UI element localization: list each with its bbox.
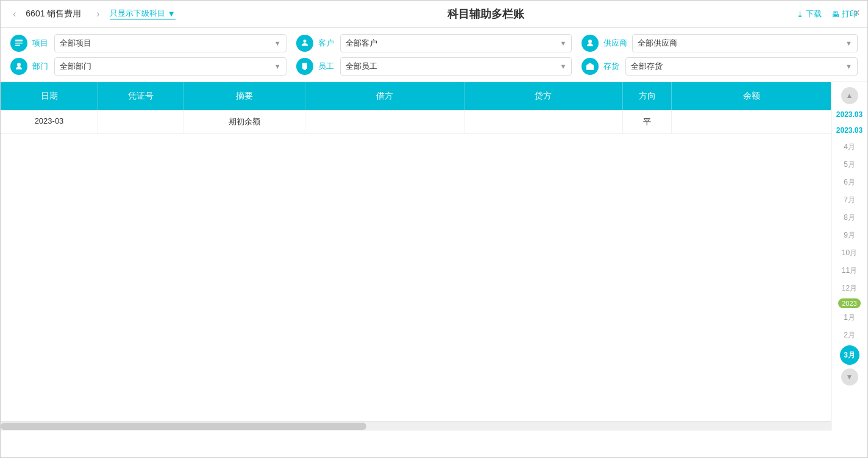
project-select[interactable]: 全部项目 ▼: [54, 34, 286, 52]
sidebar-item-12[interactable]: 12月: [831, 280, 867, 297]
supplier-value: 全部供应商: [638, 38, 677, 49]
print-icon: 🖶: [831, 10, 839, 19]
sidebar-down-button[interactable]: ▼: [841, 368, 858, 386]
show-sub-arrow-icon: ▼: [168, 9, 176, 18]
cell-direction: 平: [623, 110, 672, 133]
department-arrow-icon: ▼: [274, 63, 281, 70]
sidebar-item-2023-03-second[interactable]: 2023.03: [831, 122, 867, 138]
svg-rect-1: [15, 43, 23, 44]
sidebar-item-1[interactable]: 1月: [831, 309, 867, 326]
sidebar-item-6[interactable]: 6月: [831, 174, 867, 191]
supplier-select[interactable]: 全部供应商 ▼: [632, 34, 858, 52]
cell-voucher: [98, 110, 183, 133]
col-voucher: 凭证号: [98, 82, 183, 110]
page-title: 科目辅助多栏账: [183, 7, 789, 21]
inventory-select[interactable]: 全部存货 ▼: [625, 57, 858, 76]
employee-label: 员工: [318, 61, 335, 72]
next-nav-button[interactable]: ›: [94, 7, 102, 21]
table-row: 2023-03 期初余额 平: [1, 110, 831, 134]
employee-select[interactable]: 全部员工 ▼: [340, 57, 572, 76]
filter-employee: 员工 全部员工 ▼: [296, 57, 572, 76]
department-icon: [10, 58, 27, 75]
project-label: 项目: [32, 38, 49, 49]
inventory-arrow-icon: ▼: [845, 63, 852, 70]
customer-arrow-icon: ▼: [560, 40, 566, 47]
download-icon: ⤓: [797, 10, 803, 19]
action-buttons: ⤓ 下载 🖶 打印: [797, 9, 858, 19]
right-sidebar: ▲ 2023.03 2023.03 4月 5月 6月 7月 8月 9月 10月 …: [831, 82, 867, 431]
filters-panel: 项目 全部项目 ▼ 客户 全部客户 ▼ 供应商 全部供应商 ▼: [1, 28, 867, 82]
customer-label: 客户: [318, 38, 335, 49]
close-button[interactable]: ×: [853, 7, 860, 19]
filter-inventory: 存货 全部存货 ▼: [582, 57, 858, 76]
col-date: 日期: [1, 82, 98, 110]
table-header: 日期 凭证号 摘要 借方 贷方 方向 余额: [1, 82, 831, 110]
table-body: 2023-03 期初余额 平: [1, 110, 831, 421]
sidebar-item-11[interactable]: 11月: [831, 262, 867, 280]
svg-rect-5: [302, 63, 307, 69]
sidebar-item-5[interactable]: 5月: [831, 156, 867, 174]
project-arrow-icon: ▼: [274, 40, 281, 47]
show-sub-label: 只显示下级科目: [110, 8, 165, 19]
svg-rect-7: [588, 67, 592, 70]
main-window: ‹ 6601 销售费用 › 只显示下级科目 ▼ 科目辅助多栏账 ⤓ 下载 🖶 打…: [0, 0, 868, 458]
customer-value: 全部客户: [346, 38, 377, 49]
cell-credit: [464, 110, 624, 133]
cell-date: 2023-03: [1, 110, 98, 133]
cell-balance: [672, 110, 831, 133]
sidebar-item-2023-03-first[interactable]: 2023.03: [831, 107, 867, 122]
sidebar-item-3-active[interactable]: 3月: [840, 345, 859, 365]
svg-rect-6: [304, 69, 306, 70]
customer-icon: [296, 35, 313, 52]
employee-value: 全部员工: [346, 61, 377, 72]
department-value: 全部部门: [60, 61, 91, 72]
table-area: 日期 凭证号 摘要 借方 贷方 方向 余额 2023-03 期初余额 平: [1, 82, 831, 431]
content-area: 日期 凭证号 摘要 借方 贷方 方向 余额 2023-03 期初余额 平: [1, 82, 867, 431]
sidebar-item-2[interactable]: 2月: [831, 326, 867, 344]
svg-point-3: [588, 40, 592, 43]
sidebar-up-button[interactable]: ▲: [841, 87, 858, 104]
col-summary: 摘要: [183, 82, 305, 110]
employee-arrow-icon: ▼: [560, 63, 566, 70]
svg-rect-2: [15, 45, 20, 46]
sidebar-item-10[interactable]: 10月: [831, 244, 867, 262]
horizontal-scrollbar[interactable]: [1, 421, 831, 431]
cell-debit: [305, 110, 464, 133]
account-code: 6601 销售费用: [26, 9, 87, 19]
department-label: 部门: [32, 61, 49, 72]
sidebar-item-4[interactable]: 4月: [831, 138, 867, 156]
filter-supplier: 供应商 全部供应商 ▼: [582, 34, 858, 52]
sidebar-item-7[interactable]: 7月: [831, 191, 867, 209]
supplier-label: 供应商: [603, 38, 627, 49]
scrollbar-thumb[interactable]: [1, 423, 366, 430]
header: ‹ 6601 销售费用 › 只显示下级科目 ▼ 科目辅助多栏账 ⤓ 下载 🖶 打…: [1, 1, 867, 28]
sidebar-item-8[interactable]: 8月: [831, 209, 867, 227]
year-badge: 2023: [838, 298, 860, 308]
supplier-icon: [582, 35, 599, 52]
prev-nav-button[interactable]: ‹: [10, 7, 18, 21]
col-credit: 贷方: [464, 82, 624, 110]
year-badge-container: 2023: [831, 297, 867, 309]
svg-point-4: [17, 63, 21, 66]
sidebar-item-9[interactable]: 9月: [831, 227, 867, 244]
inventory-value: 全部存货: [631, 61, 663, 72]
employee-icon: [296, 58, 313, 75]
col-debit: 借方: [305, 82, 464, 110]
filter-department: 部门 全部部门 ▼: [10, 57, 286, 76]
download-button[interactable]: ⤓ 下载: [797, 9, 822, 19]
filter-project: 项目 全部项目 ▼: [10, 34, 286, 52]
svg-rect-0: [15, 40, 23, 41]
col-direction: 方向: [623, 82, 672, 110]
customer-select[interactable]: 全部客户 ▼: [340, 34, 572, 52]
show-sub-toggle[interactable]: 只显示下级科目 ▼: [110, 8, 176, 20]
inventory-label: 存货: [603, 61, 621, 72]
inventory-icon: [582, 58, 599, 75]
cell-summary: 期初余额: [183, 110, 305, 133]
department-select[interactable]: 全部部门 ▼: [54, 57, 286, 76]
project-value: 全部项目: [60, 38, 91, 49]
filter-customer: 客户 全部客户 ▼: [296, 34, 572, 52]
supplier-arrow-icon: ▼: [845, 40, 852, 47]
project-icon: [10, 35, 27, 52]
col-balance: 余额: [672, 82, 831, 110]
